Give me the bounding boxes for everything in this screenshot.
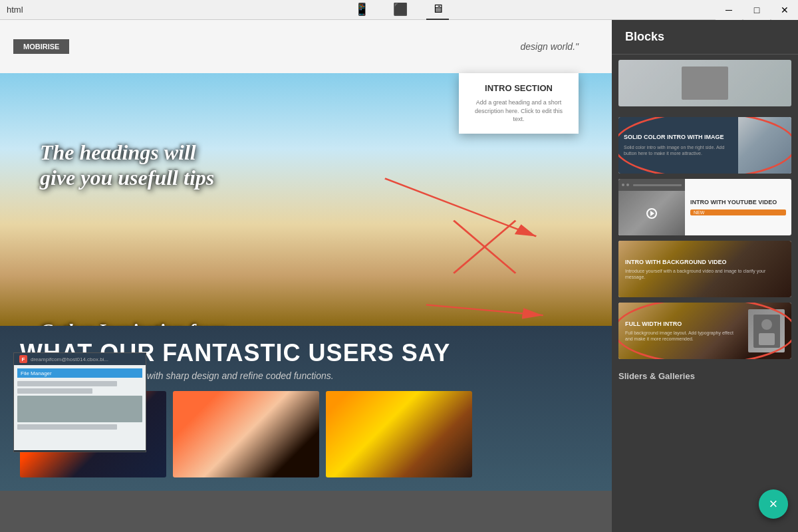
block1-image-preview xyxy=(738,117,791,174)
block4-image xyxy=(748,309,785,352)
minimize-button[interactable]: ─ xyxy=(716,0,742,20)
popup-row-2 xyxy=(17,388,92,394)
close-button[interactable]: ✕ xyxy=(771,0,798,20)
website-preview: MOBIRISE design world." INTRO SECTION Ad… xyxy=(0,20,612,532)
play-triangle-icon xyxy=(650,211,654,216)
block-solid-color-intro[interactable]: SOLID COLOR INTRO WITH IMAGE Solid color… xyxy=(618,117,791,174)
taskbar-popup-icon: F xyxy=(19,355,27,363)
mini-address-bar xyxy=(633,184,682,186)
popup-row-1 xyxy=(17,381,117,386)
block2-mini-preview xyxy=(618,179,685,235)
block3-title: INTRO WITH BACKGROUND VIDEO xyxy=(625,258,785,267)
device-switcher: 📱 ⬛ 🖥 xyxy=(349,0,449,20)
block3-container: INTRO WITH BACKGROUND VIDEO Introduce yo… xyxy=(618,241,791,297)
taskbar-popup-content: File Manager xyxy=(14,365,146,450)
user-image-2 xyxy=(173,391,319,477)
sliders-galleries-label: Sliders & Galleries xyxy=(618,371,791,381)
window-controls: ─ □ ✕ xyxy=(716,0,798,20)
preview-card-text: Add a great heading and a short descript… xyxy=(469,98,569,124)
maximize-button[interactable]: □ xyxy=(743,0,770,20)
block1-left: SOLID COLOR INTRO WITH IMAGE Solid color… xyxy=(618,117,738,174)
block2-label: INTRO WITH YOUTUBE VIDEO xyxy=(690,199,786,207)
block2-badge: NEW xyxy=(690,209,786,215)
svg-rect-7 xyxy=(759,333,775,345)
blocks-panel-header: Blocks xyxy=(612,20,798,55)
block2-left: INTRO WITH YOUTUBE VIDEO NEW xyxy=(618,179,791,235)
taskbar-popup: F dreampifcom@host014.cbox.bi... File Ma… xyxy=(13,352,146,452)
popup-row-3 xyxy=(17,396,142,422)
block3-description: Introduce yourself with a background vid… xyxy=(625,268,785,280)
block1-preview: SOLID COLOR INTRO WITH IMAGE Solid color… xyxy=(618,117,791,174)
section-divider-sliders: Sliders & Galleries xyxy=(612,364,798,384)
block-bg-video-intro[interactable]: INTRO WITH BACKGROUND VIDEO Introduce yo… xyxy=(618,241,791,297)
block4-text: FULL WIDTH INTRO Full background image l… xyxy=(625,320,741,342)
preview-card: INTRO SECTION Add a great heading and a … xyxy=(459,73,579,134)
popup-row-4 xyxy=(17,424,117,430)
block4-description: Full background image layout. Add typogr… xyxy=(625,330,741,342)
preview-top-bar: MOBIRISE design world." xyxy=(0,20,612,73)
block2-mini-header xyxy=(618,179,685,191)
tablet-icon[interactable]: ⬛ xyxy=(388,0,413,20)
svg-point-6 xyxy=(761,319,772,330)
main-layout: MOBIRISE design world." INTRO SECTION Ad… xyxy=(0,20,798,532)
canvas-area: MOBIRISE design world." INTRO SECTION Ad… xyxy=(0,20,612,532)
block-full-width-intro[interactable]: FULL WIDTH INTRO Full background image l… xyxy=(618,303,791,359)
block2-text: INTRO WITH YOUTUBE VIDEO NEW xyxy=(685,179,791,235)
preview-card-title: INTRO SECTION xyxy=(469,83,569,93)
mini-dot-1 xyxy=(622,184,624,186)
blocks-panel: Blocks SOLID COLOR INTRO WITH IMAGE Soli… xyxy=(612,20,798,532)
block1-right xyxy=(738,117,791,174)
block-youtube-intro[interactable]: INTRO WITH YOUTUBE VIDEO NEW xyxy=(618,179,791,235)
block4-container: FULL WIDTH INTRO Full background image l… xyxy=(618,303,791,359)
block2-mini-image xyxy=(618,191,685,235)
filename-label: html xyxy=(7,5,23,15)
block1-title: SOLID COLOR INTRO WITH IMAGE xyxy=(624,134,733,142)
taskbar-popup-header: F dreampifcom@host014.cbox.bi... xyxy=(14,353,146,365)
title-bar: html 📱 ⬛ 🖥 ─ □ ✕ xyxy=(0,0,798,20)
preview-tagline: design world." xyxy=(521,41,579,52)
block2-container: INTRO WITH YOUTUBE VIDEO NEW xyxy=(618,179,791,235)
block-item-partial[interactable] xyxy=(618,60,791,106)
block1-description: Solid color intro with image on the righ… xyxy=(624,144,733,158)
popup-inner-header: File Manager xyxy=(17,368,142,378)
block4-title: FULL WIDTH INTRO xyxy=(625,320,741,329)
play-button-icon xyxy=(646,208,657,219)
user-image-3 xyxy=(326,391,472,477)
preview-logo: MOBIRISE xyxy=(13,39,69,54)
mini-dot-2 xyxy=(626,184,629,186)
desktop-icon[interactable]: 🖥 xyxy=(426,0,449,20)
mobile-icon[interactable]: 📱 xyxy=(349,0,374,20)
fab-close-button[interactable]: × xyxy=(759,489,788,519)
